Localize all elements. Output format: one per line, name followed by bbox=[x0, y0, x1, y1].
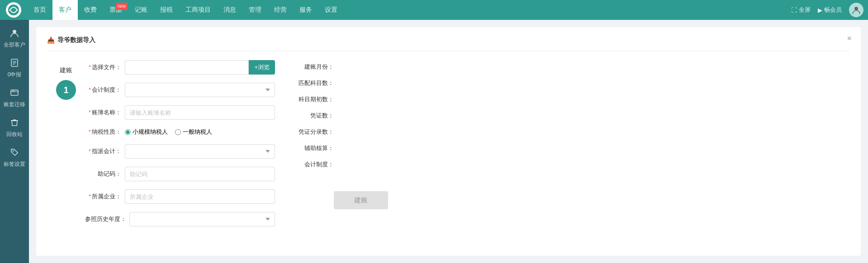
svg-point-0 bbox=[854, 7, 858, 10]
sidebar-item-tags[interactable]: 标签设置 bbox=[0, 143, 29, 173]
memo-code-label: 助记码： bbox=[85, 170, 121, 178]
ledger-name-label: *账簿名称： bbox=[85, 108, 121, 117]
svg-point-11 bbox=[13, 150, 14, 152]
fullscreen-btn[interactable]: ⛶ 全屏 bbox=[791, 6, 811, 14]
assign-accountant-select[interactable] bbox=[125, 144, 275, 159]
all-customers-icon bbox=[9, 28, 19, 39]
fuzhuhesuan-row: 辅助核算： bbox=[293, 144, 429, 152]
belong-company-row: *所属企业： bbox=[85, 189, 275, 204]
jianzhangyuefen-label: 建账月份： bbox=[293, 63, 334, 71]
ledger-name-row: *账簿名称： bbox=[85, 105, 275, 120]
sidebar-item-migration[interactable]: 账套迁移 bbox=[0, 83, 29, 113]
huijizidu-label: 会计制度： bbox=[293, 160, 334, 169]
nav-customer[interactable]: 客户 bbox=[52, 0, 78, 20]
nav-business[interactable]: 工商项目 bbox=[179, 0, 217, 20]
member-btn[interactable]: ▶ 畅会员 bbox=[818, 6, 842, 14]
assign-accountant-row: *指派会计： bbox=[85, 144, 275, 159]
dialog-panel: 📥 导爷数据导入 × 建账 1 *选择文件： bbox=[36, 27, 861, 256]
accounting-system-row: *会计制度： bbox=[85, 83, 275, 97]
sidebar-label-migration: 账套迁移 bbox=[4, 101, 25, 108]
nav-home[interactable]: 首页 bbox=[27, 0, 52, 20]
sidebar-label-all-customers: 全部客户 bbox=[4, 41, 25, 49]
tax-type-radio-group: 小规模纳税人 一般纳税人 bbox=[125, 128, 275, 136]
new-badge: new bbox=[116, 3, 128, 10]
top-navigation: 首页 客户 收费 票据 new 记账 报税 工商项目 消息 管理 经营 服务 设… bbox=[0, 0, 868, 20]
dialog-title: 📥 导爷数据导入 bbox=[47, 36, 850, 51]
migration-icon bbox=[9, 88, 19, 99]
file-input[interactable] bbox=[125, 60, 249, 75]
nav-bill[interactable]: 票据 new bbox=[103, 0, 128, 20]
fullscreen-label: 全屏 bbox=[799, 6, 811, 14]
dialog-title-text: 导爷数据导入 bbox=[57, 36, 95, 44]
build-button[interactable]: 建账 bbox=[334, 191, 388, 209]
reference-year-select[interactable] bbox=[129, 212, 275, 226]
nav-settings[interactable]: 设置 bbox=[318, 0, 344, 20]
info-panel: 建账月份： 匹配科目数： 科目期初数： 凭证数： bbox=[293, 60, 429, 169]
select-file-label: *选择文件： bbox=[85, 63, 121, 71]
sidebar-item-declaration[interactable]: 0申报 bbox=[0, 53, 29, 83]
accounting-system-select[interactable] bbox=[125, 83, 275, 97]
kemu-row: 科目期初数： bbox=[293, 95, 429, 103]
tax-general-radio[interactable]: 一般纳税人 bbox=[175, 128, 212, 136]
kemu-label: 科目期初数： bbox=[293, 95, 334, 103]
logo[interactable] bbox=[5, 1, 23, 19]
close-button[interactable]: × bbox=[847, 34, 852, 42]
nav-manage[interactable]: 管理 bbox=[242, 0, 268, 20]
select-file-row: *选择文件： +浏览 bbox=[85, 60, 275, 75]
nav-right: ⛶ 全屏 ▶ 畅会员 bbox=[791, 3, 863, 17]
memo-code-input[interactable] bbox=[125, 167, 275, 181]
main-layout: 全部客户 0申报 账套迁移 bbox=[0, 20, 868, 263]
ledger-name-input[interactable] bbox=[125, 105, 275, 120]
tags-icon bbox=[9, 147, 19, 159]
avatar[interactable] bbox=[849, 3, 863, 17]
fullscreen-icon: ⛶ bbox=[791, 7, 797, 14]
pipei-row: 匹配科目数： bbox=[293, 79, 429, 87]
belong-company-label: *所属企业： bbox=[85, 193, 121, 201]
nav-service[interactable]: 服务 bbox=[293, 0, 318, 20]
nav-items: 首页 客户 收费 票据 new 记账 报税 工商项目 消息 管理 经营 服务 设… bbox=[27, 0, 791, 20]
fuzhuhesuan-label: 辅助核算： bbox=[293, 144, 334, 152]
reference-year-label: 参照历史年度： bbox=[85, 215, 126, 223]
tax-small-radio[interactable]: 小规模纳税人 bbox=[125, 128, 168, 136]
sidebar-item-all-customers[interactable]: 全部客户 bbox=[0, 23, 29, 53]
svg-point-8 bbox=[12, 90, 13, 91]
member-label: 畅会员 bbox=[824, 6, 842, 14]
sidebar-label-declaration: 0申报 bbox=[8, 71, 22, 79]
nav-fee[interactable]: 收费 bbox=[78, 0, 103, 20]
play-icon: ▶ bbox=[818, 7, 822, 14]
content-area: 📥 导爷数据导入 × 建账 1 *选择文件： bbox=[29, 20, 868, 263]
tax-general-input[interactable] bbox=[175, 129, 181, 135]
tax-general-label: 一般纳税人 bbox=[183, 128, 212, 136]
pingzheng-label: 凭证数： bbox=[293, 112, 334, 120]
pingzheng-row: 凭证数： bbox=[293, 112, 429, 120]
form-layout: 建账 1 *选择文件： +浏览 bbox=[47, 60, 850, 226]
svg-point-1 bbox=[13, 30, 16, 33]
nav-message[interactable]: 消息 bbox=[217, 0, 242, 20]
tax-small-label: 小规模纳税人 bbox=[133, 128, 168, 136]
declaration-icon bbox=[9, 58, 19, 69]
jianzhangyuefen-row: 建账月份： bbox=[293, 63, 429, 71]
sidebar: 全部客户 0申报 账套迁移 bbox=[0, 20, 29, 263]
nav-operation[interactable]: 经营 bbox=[268, 0, 293, 20]
pingzhengfenlu-label: 凭证分录数： bbox=[293, 128, 334, 136]
sidebar-label-tags: 标签设置 bbox=[4, 160, 25, 168]
form-left: 建账 1 *选择文件： +浏览 bbox=[56, 60, 275, 226]
pipei-label: 匹配科目数： bbox=[293, 79, 334, 87]
belong-company-input[interactable] bbox=[125, 189, 275, 204]
tax-type-row: *纳税性质： 小规模纳税人 一般纳税人 bbox=[85, 128, 275, 136]
sidebar-label-trash: 回收站 bbox=[6, 131, 23, 138]
info-and-build: 建账月份： 匹配科目数： 科目期初数： 凭证数： bbox=[293, 60, 429, 226]
form-fields: *选择文件： +浏览 *会计制度： bbox=[85, 60, 275, 226]
nav-bookkeeping[interactable]: 记账 bbox=[128, 0, 154, 20]
nav-tax[interactable]: 报税 bbox=[154, 0, 179, 20]
tax-small-input[interactable] bbox=[125, 129, 131, 135]
jianzhanglabel: 建账 bbox=[60, 66, 72, 75]
pingzhengfenlu-row: 凭证分录数： bbox=[293, 128, 429, 136]
step-circle: 1 bbox=[56, 80, 76, 100]
huijizidu-row: 会计制度： bbox=[293, 160, 429, 169]
import-icon: 📥 bbox=[47, 37, 55, 44]
browse-button[interactable]: +浏览 bbox=[249, 60, 275, 75]
memo-code-row: 助记码： bbox=[85, 167, 275, 181]
svg-point-9 bbox=[14, 90, 14, 91]
sidebar-item-trash[interactable]: 回收站 bbox=[0, 113, 29, 143]
